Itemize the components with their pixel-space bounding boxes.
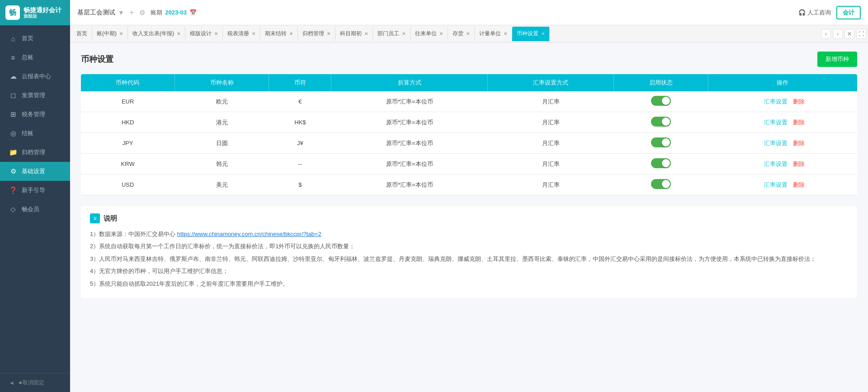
cell-symbol: $ xyxy=(269,175,331,195)
tab-close-period[interactable]: ✕ xyxy=(119,31,123,36)
tab-dept[interactable]: 部门员工 ✕ xyxy=(373,27,410,41)
tab-archive[interactable]: 归档管理 ✕ xyxy=(298,27,335,41)
tab-currency[interactable]: 币种设置 ✕ xyxy=(512,27,550,41)
member-icon: ◇ xyxy=(9,205,17,213)
logo-icon: 畅 xyxy=(5,5,20,20)
toggle-switch[interactable] xyxy=(651,137,671,147)
rate-setting-link[interactable]: 汇率设置 xyxy=(764,140,788,146)
toggle-switch[interactable] xyxy=(651,179,671,189)
delete-link[interactable]: 删除 xyxy=(793,98,805,105)
tab-close-unit[interactable]: ✕ xyxy=(504,31,507,36)
tab-template[interactable]: 模版设计 ✕ xyxy=(185,27,223,41)
sidebar-label-ledger: 总账 xyxy=(22,53,33,61)
cell-name: 韩元 xyxy=(175,154,269,175)
tab-close-all[interactable]: ✕ xyxy=(844,29,854,39)
app-name: 畅捷通好会计 xyxy=(24,6,61,14)
tab-unit[interactable]: 计量单位 ✕ xyxy=(475,27,512,41)
notes-list: 1）数据来源：中国外汇交易中心 https://www.chinamoney.c… xyxy=(90,229,848,289)
sidebar-label-tax: 税务管理 xyxy=(22,110,45,118)
tab-close-period-end[interactable]: ✕ xyxy=(289,31,293,36)
tab-close-currency[interactable]: ✕ xyxy=(541,31,545,36)
col-status: 启用状态 xyxy=(614,74,708,91)
cell-code: EUR xyxy=(81,91,175,112)
pin-label: ◄取消固定 xyxy=(17,379,44,387)
tab-close-dept[interactable]: ✕ xyxy=(402,31,406,36)
period-label: 账期 xyxy=(151,9,162,17)
tab-label-period-end: 期末结转 xyxy=(265,30,287,38)
cell-code: HKD xyxy=(81,112,175,133)
toggle-switch[interactable] xyxy=(651,117,671,127)
invoice-icon: ◻ xyxy=(9,91,17,99)
tab-home[interactable]: 首页 xyxy=(72,27,92,41)
new-currency-button[interactable]: 新增币种 xyxy=(817,52,857,67)
page-content: 币种设置 新增币种 币种代码 币种名称 币符 折算方式 汇率设置方式 启用状态 … xyxy=(70,43,868,392)
sidebar-item-cloud-report[interactable]: ☁ 云报表中心 xyxy=(0,67,70,86)
notes-link[interactable]: https://www.chinamoney.com.cn/chinese/bk… xyxy=(177,231,321,237)
cell-code: USD xyxy=(81,175,175,195)
tab-nav-right[interactable]: › xyxy=(833,29,843,39)
rate-setting-link[interactable]: 汇率设置 xyxy=(764,98,788,105)
delete-link[interactable]: 删除 xyxy=(793,140,805,146)
tab-close-template[interactable]: ✕ xyxy=(214,31,218,36)
tab-label-inventory: 存货 xyxy=(453,30,463,38)
sidebar-label-checkout: 结账 xyxy=(22,129,33,137)
tab-customer[interactable]: 往来单位 ✕ xyxy=(410,27,448,41)
cell-name: 港元 xyxy=(175,112,269,133)
cell-calc: 原币*汇率=本位币 xyxy=(331,154,488,175)
company-selector[interactable]: 基层工会测试 ▼ xyxy=(77,9,124,17)
tab-period-end[interactable]: 期末结转 ✕ xyxy=(260,27,298,41)
accounting-button[interactable]: 会计 xyxy=(836,6,861,19)
sidebar-item-home[interactable]: ⌂ 首页 xyxy=(0,29,70,48)
cell-toggle[interactable] xyxy=(614,133,708,154)
sidebar-item-tax[interactable]: ⊞ 税务管理 xyxy=(0,105,70,124)
tab-subject-init[interactable]: 科目期初 ✕ xyxy=(335,27,373,41)
cell-name: 美元 xyxy=(175,175,269,195)
col-name: 币种名称 xyxy=(175,74,269,91)
tab-income-report[interactable]: 收入支出表(年报) ✕ xyxy=(128,27,185,41)
rate-setting-link[interactable]: 汇率设置 xyxy=(764,161,788,167)
tab-close-customer[interactable]: ✕ xyxy=(439,31,443,36)
tab-label-dept: 部门员工 xyxy=(377,30,399,38)
consult-button[interactable]: 🎧 人工咨询 xyxy=(798,9,831,17)
toggle-switch[interactable] xyxy=(651,96,671,106)
tab-fullscreen[interactable]: ⛶ xyxy=(856,29,866,39)
sidebar-label-invoice: 发票管理 xyxy=(22,91,45,99)
tab-close-subject[interactable]: ✕ xyxy=(364,31,368,36)
headset-icon: 🎧 xyxy=(798,9,806,16)
delete-link[interactable]: 删除 xyxy=(793,119,805,126)
rate-setting-link[interactable]: 汇率设置 xyxy=(764,119,788,126)
cell-toggle[interactable] xyxy=(614,91,708,112)
tab-close-archive[interactable]: ✕ xyxy=(327,31,330,36)
notes-item: 3）人民币对马来西亚林吉特、俄罗斯卢布、南非兰特、韩元、阿联西迪拉姆、沙特里亚尔… xyxy=(90,254,848,264)
sidebar-label-guide: 新手引导 xyxy=(22,186,45,194)
sidebar-item-guide[interactable]: ❓ 新手引导 xyxy=(0,181,70,200)
topbar-plus-icon[interactable]: + xyxy=(130,9,134,17)
guide-icon: ❓ xyxy=(9,186,17,194)
calendar-icon[interactable]: 📅 xyxy=(189,9,197,16)
cell-toggle[interactable] xyxy=(614,175,708,195)
topbar-settings-icon[interactable]: ⚙ xyxy=(139,9,145,17)
sidebar-item-invoice[interactable]: ◻ 发票管理 xyxy=(0,86,70,105)
delete-link[interactable]: 删除 xyxy=(793,161,805,167)
sidebar-item-member[interactable]: ◇ 畅会员 xyxy=(0,200,70,219)
tab-nav-left[interactable]: ‹ xyxy=(821,29,831,39)
sidebar-item-settings[interactable]: ⚙ 基础设置 xyxy=(0,162,70,181)
tab-inventory[interactable]: 存货 ✕ xyxy=(448,27,475,41)
topbar-right: 🎧 人工咨询 会计 xyxy=(798,6,861,19)
cell-toggle[interactable] xyxy=(614,112,708,133)
sidebar-item-archive[interactable]: 📁 归档管理 xyxy=(0,143,70,162)
tab-period[interactable]: 账(中期) ✕ xyxy=(92,27,128,41)
tab-close-income[interactable]: ✕ xyxy=(177,31,180,36)
tab-tax-table[interactable]: 税表清册 ✕ xyxy=(223,27,260,41)
sidebar-item-checkout[interactable]: ◎ 结账 xyxy=(0,124,70,143)
toggle-switch[interactable] xyxy=(651,158,671,168)
tab-close-tax[interactable]: ✕ xyxy=(252,31,255,36)
sidebar-item-ledger[interactable]: ≡ 总账 xyxy=(0,48,70,67)
rate-setting-link[interactable]: 汇率设置 xyxy=(764,181,788,188)
cell-code: KRW xyxy=(81,154,175,175)
table-row: EUR 欧元 € 原币*汇率=本位币 月汇率 汇率设置 删除 xyxy=(81,91,857,112)
delete-link[interactable]: 删除 xyxy=(793,181,805,188)
tab-close-inventory[interactable]: ✕ xyxy=(466,31,470,36)
cell-toggle[interactable] xyxy=(614,154,708,175)
pin-toggle[interactable]: ◄ ◄取消固定 xyxy=(0,373,70,392)
